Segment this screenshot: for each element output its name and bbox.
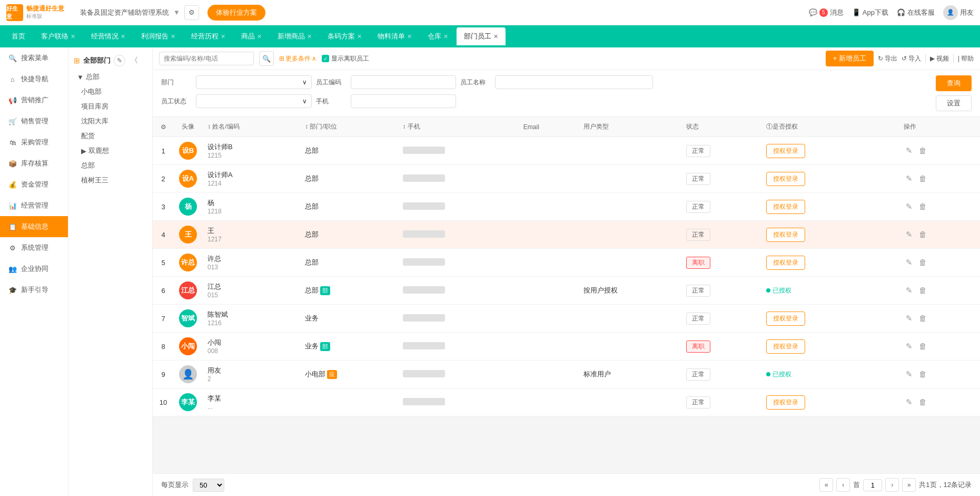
video-button[interactable]: ▶ 视频	[930, 54, 949, 63]
tab-add-goods-close[interactable]: ✕	[307, 33, 312, 40]
query-button[interactable]: 查询	[936, 75, 972, 91]
tree-collapse-btn[interactable]: 《	[128, 55, 140, 66]
auth-button[interactable]: 授权登录	[766, 312, 805, 326]
delete-button[interactable]: 🗑	[917, 229, 929, 240]
add-employee-button[interactable]: + 新增员工	[826, 51, 874, 66]
sidebar-item-sales[interactable]: 🛒 销售管理	[0, 111, 68, 132]
first-page-button[interactable]: «	[819, 478, 833, 492]
auth-cell[interactable]: 授权登录	[761, 165, 874, 193]
show-resigned-toggle[interactable]: ✓ 显示离职员工	[322, 54, 369, 63]
tab-profit-close[interactable]: ✕	[171, 33, 175, 40]
tab-history-close[interactable]: ✕	[221, 33, 225, 40]
delete-button[interactable]: 🗑	[917, 341, 929, 352]
edit-button[interactable]: ✎	[904, 285, 915, 296]
auth-button[interactable]: 授权登录	[766, 200, 805, 214]
dept-select[interactable]: ∨	[196, 75, 312, 89]
tab-warehouse[interactable]: 仓库 ✕	[420, 27, 456, 45]
col-phone-header[interactable]: ↕ 手机	[398, 117, 518, 137]
auth-button[interactable]: 授权登录	[766, 256, 805, 270]
auth-button[interactable]: 授权登录	[766, 339, 805, 354]
edit-button[interactable]: ✎	[904, 313, 915, 324]
auth-button[interactable]: 授权登录	[766, 172, 805, 186]
tab-customer[interactable]: 客户联络 ✕	[34, 27, 83, 45]
page-size-select[interactable]: 50 20 100	[193, 479, 224, 492]
tree-node-shuanglu[interactable]: ▶ 双鹿想	[68, 143, 152, 158]
tab-goods[interactable]: 商品 ✕	[234, 27, 269, 45]
set-button[interactable]: 设置	[936, 95, 972, 111]
tab-operation-close[interactable]: ✕	[121, 33, 125, 40]
emp-name-input[interactable]	[495, 75, 653, 89]
online-service-button[interactable]: 🎧 在线客服	[897, 8, 935, 17]
tab-barcode[interactable]: 条码方案 ✕	[320, 27, 369, 45]
phone-input[interactable]	[351, 94, 456, 108]
export-button[interactable]: ↻ 导出	[878, 54, 897, 63]
tree-node-project[interactable]: 项目库房	[68, 99, 152, 114]
tree-node-zongbu[interactable]: 总部	[68, 158, 152, 173]
message-button[interactable]: 💬 5 消息	[809, 8, 844, 17]
edit-button[interactable]: ✎	[904, 173, 915, 184]
emp-status-select[interactable]: ∨	[196, 94, 312, 108]
tree-node-general[interactable]: ▼ 总部	[68, 70, 152, 84]
tree-node-zhishu[interactable]: 植树王三	[68, 173, 152, 188]
app-download-button[interactable]: 📱 App下载	[852, 8, 888, 17]
edit-button[interactable]: ✎	[904, 145, 915, 156]
auth-cell[interactable]: 已授权	[761, 361, 874, 388]
help-button[interactable]: | 帮助	[958, 54, 974, 63]
tab-add-goods[interactable]: 新增商品 ✕	[270, 27, 319, 45]
next-page-button[interactable]: ›	[885, 478, 899, 492]
delete-button[interactable]: 🗑	[917, 257, 929, 268]
tab-profit[interactable]: 利润报告 ✕	[134, 27, 183, 45]
sidebar-item-inventory[interactable]: 📦 库存核算	[0, 153, 68, 174]
more-condition-button[interactable]: ⊞ 更多条件 ∧	[279, 54, 316, 63]
tree-node-shenyang[interactable]: 沈阳大库	[68, 114, 152, 129]
delete-button[interactable]: 🗑	[917, 201, 929, 212]
prev-page-button[interactable]: ‹	[836, 478, 850, 492]
tab-home[interactable]: 首页	[4, 27, 33, 45]
sidebar-item-search[interactable]: 🔍 搜索菜单	[0, 47, 68, 69]
user-area[interactable]: 👤 用友	[943, 5, 974, 20]
tab-warehouse-close[interactable]: ✕	[443, 33, 448, 40]
edit-button[interactable]: ✎	[904, 229, 915, 240]
auth-cell[interactable]: 已授权	[761, 277, 874, 305]
edit-button[interactable]: ✎	[904, 396, 915, 407]
auth-cell[interactable]: 授权登录	[761, 333, 874, 361]
trial-button[interactable]: 体验行业方案	[207, 5, 265, 21]
sidebar-item-system[interactable]: ⚙ 系统管理	[0, 237, 68, 258]
auth-button[interactable]: 授权登录	[766, 228, 805, 242]
tab-barcode-close[interactable]: ✕	[357, 33, 362, 40]
auth-cell[interactable]: 授权登录	[761, 305, 874, 333]
col-name-header[interactable]: ↕ 姓名/编码	[202, 117, 300, 137]
edit-button[interactable]: ✎	[904, 257, 915, 268]
tree-edit-btn[interactable]: ✎	[114, 55, 125, 66]
edit-button[interactable]: ✎	[904, 201, 915, 212]
sidebar-item-business[interactable]: 📊 经营管理	[0, 195, 68, 216]
auth-cell[interactable]: 授权登录	[761, 193, 874, 221]
col-settings[interactable]: ⚙	[153, 117, 174, 137]
import-button[interactable]: ↺ 导入	[902, 54, 921, 63]
tab-goods-close[interactable]: ✕	[257, 33, 262, 40]
delete-button[interactable]: 🗑	[917, 173, 929, 184]
tab-customer-close[interactable]: ✕	[71, 33, 75, 40]
sidebar-item-purchase[interactable]: 🛍 采购管理	[0, 132, 68, 153]
auth-cell[interactable]: 授权登录	[761, 137, 874, 165]
emp-code-input[interactable]	[351, 75, 456, 89]
edit-button[interactable]: ✎	[904, 341, 915, 352]
delete-button[interactable]: 🗑	[917, 145, 929, 156]
delete-button[interactable]: 🗑	[917, 396, 929, 407]
sidebar-item-basic[interactable]: 📋 基础信息	[0, 216, 68, 237]
delete-button[interactable]: 🗑	[917, 285, 929, 296]
dropdown-arrow-icon[interactable]: ▼	[173, 8, 180, 16]
auth-button[interactable]: 授权登录	[766, 144, 805, 158]
sidebar-item-marketing[interactable]: 📢 营销推广	[0, 90, 68, 111]
tree-node-xd[interactable]: 小电部	[68, 84, 152, 99]
search-button[interactable]: 🔍	[259, 51, 274, 66]
sidebar-item-finance[interactable]: 💰 资金管理	[0, 174, 68, 195]
tab-bom[interactable]: 物料清单 ✕	[370, 27, 419, 45]
auth-cell[interactable]: 授权登录	[761, 249, 874, 277]
tree-node-distribution[interactable]: 配货	[68, 129, 152, 143]
tab-bom-close[interactable]: ✕	[407, 33, 412, 40]
auth-button[interactable]: 授权登录	[766, 395, 805, 410]
delete-button[interactable]: 🗑	[917, 313, 929, 324]
auth-cell[interactable]: 授权登录	[761, 388, 874, 416]
search-input[interactable]	[159, 52, 254, 65]
